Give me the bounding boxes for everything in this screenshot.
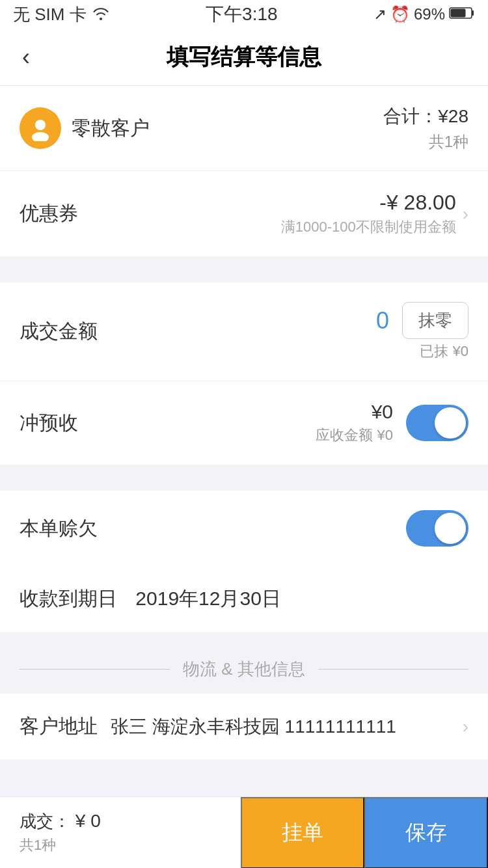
coupon-chevron-icon: ›	[463, 204, 468, 224]
nav-bar: ‹ 填写结算等信息	[0, 29, 488, 86]
customer-row: 零散客户 合计：¥28 共1种	[0, 86, 488, 170]
address-value: 张三 海淀永丰科技园 11111111111	[111, 714, 463, 739]
battery-icon	[449, 5, 475, 23]
credit-label: 本单赊欠	[20, 515, 98, 542]
status-bar: 无 SIM 卡 下午3:18 ↗ ⏰ 69%	[0, 0, 488, 29]
nav-title: 填写结算等信息	[167, 42, 321, 72]
location-icon: ↗	[373, 5, 386, 23]
customer-section: 零散客户 合计：¥28 共1种 优惠券 -¥ 28.00 满1000-100不限…	[0, 86, 488, 256]
coupon-right: -¥ 28.00 满1000-100不限制使用金额 ›	[281, 191, 468, 237]
status-time: 下午3:18	[206, 2, 278, 27]
credit-row: 本单赊欠	[0, 491, 488, 566]
address-chevron-icon: ›	[463, 716, 468, 737]
footer-info: 成交： ¥ 0 共1种	[0, 810, 241, 855]
customer-name: 零散客户	[72, 115, 150, 142]
footer-count: 共1种	[20, 835, 221, 855]
transaction-amount-row: 成交金额 0 抹零 已抹 ¥0	[0, 282, 488, 381]
credit-section: 本单赊欠 收款到期日 2019年12月30日	[0, 491, 488, 632]
due-date-row: 收款到期日 2019年12月30日	[0, 566, 488, 632]
footer-deal-line: 成交： ¥ 0	[20, 810, 221, 833]
round-button[interactable]: 抹零	[402, 302, 468, 339]
customer-left: 零散客户	[20, 107, 150, 149]
hang-button[interactable]: 挂单	[241, 797, 364, 869]
logistics-divider: 物流 & 其他信息	[0, 645, 488, 694]
coupon-row[interactable]: 优惠券 -¥ 28.00 满1000-100不限制使用金额 ›	[0, 170, 488, 256]
round-sub-text: 已抹 ¥0	[376, 342, 468, 361]
pre-received-toggle[interactable]	[406, 405, 468, 441]
address-row[interactable]: 客户地址 张三 海淀永丰科技园 11111111111 ›	[0, 694, 488, 759]
transaction-value: 0	[376, 307, 389, 334]
pre-received-block: ¥0 应收金额 ¥0	[316, 401, 393, 445]
status-left: 无 SIM 卡	[13, 3, 110, 26]
toggle-knob	[435, 407, 466, 439]
svg-rect-1	[472, 10, 474, 16]
svg-point-3	[35, 120, 46, 130]
footer-deal-label: 成交：	[20, 811, 70, 831]
carrier-text: 无 SIM 卡	[13, 3, 87, 26]
credit-toggle-knob	[435, 513, 466, 544]
total-count: 共1种	[383, 131, 468, 152]
transaction-section: 成交金额 0 抹零 已抹 ¥0 冲预收 ¥0 应收金额 ¥0	[0, 282, 488, 465]
coupon-description: 满1000-100不限制使用金额	[281, 217, 456, 237]
due-date-label: 收款到期日	[20, 588, 117, 609]
back-button[interactable]: ‹	[16, 37, 36, 77]
logistics-line-right	[318, 669, 468, 670]
svg-rect-2	[451, 9, 466, 18]
pre-received-sub: 应收金额 ¥0	[316, 426, 393, 445]
transaction-label: 成交金额	[20, 318, 98, 345]
logistics-line-left	[20, 669, 170, 670]
address-label: 客户地址	[20, 713, 98, 740]
pre-received-label: 冲预收	[20, 410, 78, 437]
total-price: 合计：¥28	[383, 104, 468, 129]
logistics-label: 物流 & 其他信息	[183, 658, 305, 681]
footer: 成交： ¥ 0 共1种 挂单 保存	[0, 796, 488, 868]
coupon-discount: -¥ 28.00	[281, 191, 456, 215]
footer-deal-amount: ¥ 0	[75, 811, 101, 831]
divider-1	[0, 269, 488, 282]
pre-received-row: 冲预收 ¥0 应收金额 ¥0	[0, 381, 488, 465]
pre-received-right: ¥0 应收金额 ¥0	[316, 401, 468, 445]
coupon-label: 优惠券	[20, 200, 78, 227]
credit-toggle[interactable]	[406, 510, 468, 547]
pre-received-amount: ¥0	[316, 401, 393, 423]
save-button[interactable]: 保存	[364, 797, 488, 869]
transaction-right: 0 抹零 已抹 ¥0	[376, 302, 468, 361]
alarm-icon: ⏰	[390, 5, 410, 23]
avatar	[20, 107, 61, 149]
svg-point-4	[32, 132, 49, 141]
battery-text: 69%	[414, 5, 445, 23]
status-right: ↗ ⏰ 69%	[373, 5, 475, 23]
divider-2	[0, 478, 488, 491]
wifi-icon	[92, 5, 110, 25]
coupon-value-block: -¥ 28.00 满1000-100不限制使用金额	[281, 191, 456, 237]
customer-right: 合计：¥28 共1种	[383, 104, 468, 152]
due-date-value: 2019年12月30日	[135, 588, 280, 609]
